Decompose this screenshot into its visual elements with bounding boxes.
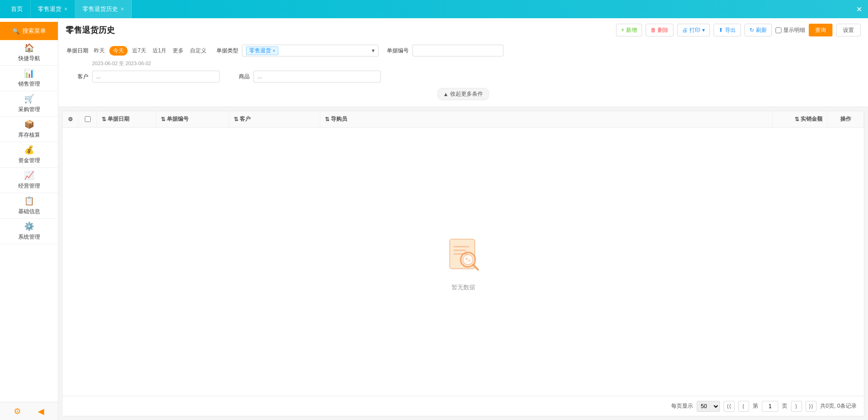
filter-row-2: 客户 商品: [66, 71, 861, 82]
sidebar-item-operations[interactable]: 📈 经营管理: [0, 168, 58, 193]
date-btn-yesterday[interactable]: 昨天: [92, 46, 107, 56]
date-group: 昨天 今天 近7天 近1月 更多 自定义: [92, 46, 208, 56]
refresh-icon: ↻: [750, 27, 754, 33]
page-title-row: 零售退货历史 + 新增 🗑 删除 🖨 打印 ▾ ⬆ 导出 ↻: [66, 24, 861, 36]
th-date[interactable]: ⇅ 单据日期: [97, 111, 156, 127]
collapse-filter-button[interactable]: ▲ 收起更多条件: [437, 88, 489, 100]
pagination-row: 每页显示 50 10 20 100 ⟨⟨ ⟨ 第 页 ⟩ ⟩⟩ 共0页, 0条记…: [62, 396, 864, 416]
chart-icon: 📊: [24, 68, 34, 78]
filter-area: 单据日期 昨天 今天 近7天 近1月 更多 自定义 单据类型: [66, 41, 861, 107]
date-btn-custom[interactable]: 自定义: [188, 46, 208, 56]
export-button[interactable]: ⬆ 导出: [714, 24, 741, 36]
th-amount[interactable]: ⇅ 实销金额: [773, 111, 827, 127]
tab-home[interactable]: 首页: [4, 0, 31, 18]
order-type-dropdown-icon: ▾: [372, 47, 375, 54]
sidebar-item-quick-nav[interactable]: 🏠 快捷导航: [0, 40, 58, 66]
tab-retail-return-history[interactable]: 零售退货历史 ×: [75, 0, 132, 18]
svg-rect-1: [453, 246, 469, 247]
main-layout: 🔍 搜索菜单 🏠 快捷导航 📊 销售管理 🛒 采购管理 📦 库存核算 💰 资金管…: [0, 18, 868, 420]
date-filter: 单据日期 昨天 今天 近7天 近1月 更多 自定义: [66, 46, 208, 56]
customer-label: 客户: [66, 73, 88, 81]
sidebar-item-inventory[interactable]: 📦 库存核算: [0, 117, 58, 142]
order-type-tag: 零售退货 ×: [246, 46, 278, 55]
page-header: 零售退货历史 + 新增 🗑 删除 🖨 打印 ▾ ⬆ 导出 ↻: [58, 18, 868, 107]
total-pages-text: 共0页, 0条记录: [820, 402, 857, 410]
collapse-sidebar-icon[interactable]: ◀: [38, 406, 44, 416]
page-size-select[interactable]: 50 10 20 100: [697, 401, 720, 412]
tab-retail-return-close[interactable]: ×: [64, 6, 67, 12]
sidebar-item-finance-label: 资金管理: [18, 157, 40, 164]
date-btn-today[interactable]: 今天: [109, 46, 128, 56]
sidebar-item-sales[interactable]: 📊 销售管理: [0, 66, 58, 91]
refresh-label: 刷新: [756, 26, 767, 34]
sidebar-item-purchase-label: 采购管理: [18, 106, 40, 113]
th-customer-label: 客户: [240, 115, 251, 123]
order-no-input[interactable]: [412, 45, 503, 56]
add-button[interactable]: + 新增: [616, 24, 642, 36]
export-label: 导出: [725, 26, 736, 34]
window-close-button[interactable]: ✕: [850, 0, 868, 18]
th-guide[interactable]: ⇅ 导购员: [320, 111, 773, 127]
goods-filter: 商品: [227, 71, 381, 82]
order-type-select[interactable]: 零售退货 × ▾: [242, 45, 379, 56]
delete-button[interactable]: 🗑 删除: [646, 24, 673, 36]
settings-col-icon: ⚙: [68, 116, 73, 123]
date-btn-7days[interactable]: 近7天: [130, 46, 148, 56]
order-type-tag-close[interactable]: ×: [272, 48, 275, 53]
th-order-no[interactable]: ⇅ 单据编号: [156, 111, 229, 127]
svg-rect-2: [453, 250, 466, 251]
tab-retail-return[interactable]: 零售退货 ×: [31, 0, 75, 18]
prev-page-button[interactable]: ⟨: [738, 401, 749, 412]
order-type-tag-text: 零售退货: [249, 47, 271, 55]
sidebar-item-finance[interactable]: 💰 资金管理: [0, 142, 58, 168]
th-customer[interactable]: ⇅ 客户: [229, 111, 320, 127]
toolbar: + 新增 🗑 删除 🖨 打印 ▾ ⬆ 导出 ↻ 刷新: [616, 24, 861, 36]
settings-bottom-icon[interactable]: ⚙: [14, 406, 21, 416]
th-op-label: 操作: [840, 115, 851, 123]
th-checkbox[interactable]: [79, 111, 97, 127]
top-bar: 首页 零售退货 × 零售退货历史 × ✕: [0, 0, 868, 18]
goods-label: 商品: [227, 73, 250, 81]
info-icon: 📋: [24, 196, 34, 206]
svg-point-8: [468, 260, 470, 261]
setting-button[interactable]: 设置: [836, 24, 861, 36]
th-guide-icon: ⇅: [325, 116, 329, 123]
show-detail-checkbox[interactable]: [776, 27, 781, 33]
search-menu-button[interactable]: 🔍 搜索菜单: [0, 22, 58, 40]
customer-input[interactable]: [92, 71, 220, 82]
next-page-button[interactable]: ⟩: [791, 401, 802, 412]
query-button[interactable]: 查询: [809, 24, 832, 36]
customer-filter: 客户: [66, 71, 220, 82]
goods-input[interactable]: [253, 71, 381, 82]
last-page-button[interactable]: ⟩⟩: [806, 401, 817, 412]
tab-list: 首页 零售退货 × 零售退货历史 ×: [4, 0, 850, 18]
collapse-label: 收起更多条件: [450, 90, 483, 98]
date-range-text: 2023-06-02 至 2023-06-02: [92, 60, 151, 67]
date-btn-1month[interactable]: 近1月: [151, 46, 169, 56]
select-all-checkbox[interactable]: [85, 116, 91, 122]
page-number-input[interactable]: [762, 401, 778, 412]
date-filter-label: 单据日期: [66, 47, 88, 55]
tab-retail-return-history-close[interactable]: ×: [121, 6, 124, 12]
th-settings[interactable]: ⚙: [62, 111, 79, 127]
date-btn-more[interactable]: 更多: [171, 46, 185, 56]
th-date-icon: ⇅: [102, 116, 106, 123]
sidebar-item-basic-info[interactable]: 📋 基础信息: [0, 193, 58, 219]
th-amount-label: 实销金额: [801, 115, 822, 123]
th-order-no-label: 单据编号: [167, 115, 189, 123]
sidebar-item-basic-info-label: 基础信息: [18, 208, 40, 215]
cart-icon: 🛒: [24, 94, 34, 104]
page-size-label: 每页显示: [671, 402, 693, 410]
sidebar-item-system[interactable]: ⚙️ 系统管理: [0, 219, 58, 244]
show-detail-checkbox-label[interactable]: 显示明细: [776, 26, 805, 34]
refresh-button[interactable]: ↻ 刷新: [745, 24, 772, 36]
main-content: 零售退货历史 + 新增 🗑 删除 🖨 打印 ▾ ⬆ 导出 ↻: [58, 18, 868, 420]
th-date-label: 单据日期: [108, 115, 129, 123]
sidebar-item-purchase[interactable]: 🛒 采购管理: [0, 91, 58, 117]
page-unit: 页: [782, 402, 787, 410]
date-range-display: 2023-06-02 至 2023-06-02: [66, 60, 151, 67]
print-button[interactable]: 🖨 打印 ▾: [677, 24, 710, 36]
print-dropdown-icon: ▾: [702, 27, 705, 33]
filter-row-date-range: 2023-06-02 至 2023-06-02: [66, 60, 861, 67]
first-page-button[interactable]: ⟨⟨: [724, 401, 734, 412]
